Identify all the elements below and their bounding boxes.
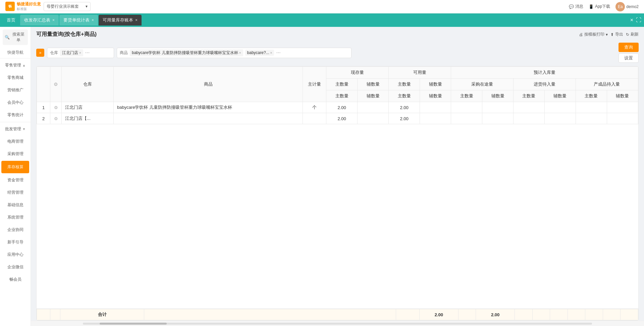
home-tab-label: 首页: [7, 17, 15, 23]
product-tag-1[interactable]: babycare学饮杯 儿童防摔防撞吸管杯重力球吸嘴杯宝宝水杯 ×: [130, 49, 243, 56]
table-container: ⚙ 仓库 商品 主计量 现存量 可用量 预计入库量 主数量 辅数量 主数量: [36, 66, 639, 321]
summary-inbound-pend-aux: [585, 309, 603, 320]
product-tag-2[interactable]: babycare?... ×: [245, 50, 274, 56]
row-inbound-pend-aux: [544, 102, 576, 113]
sidebar-item-app-center[interactable]: 应用中心: [0, 248, 31, 261]
filter-bar: » 仓库 江北门店 × ··· 商品 babycare学饮杯 儿童防摔防撞吸管杯…: [31, 41, 644, 66]
sidebar-item-retail-stats[interactable]: 零售统计: [0, 109, 31, 121]
th-purchase-transit: 采购在途量: [451, 79, 514, 90]
row-avail-aux: [420, 113, 451, 124]
th-inbound-pending: 进货待入量: [513, 79, 576, 90]
tab-receive-send[interactable]: 收发存汇总表 ×: [20, 15, 59, 26]
expand-tab-bar-btn[interactable]: ⛶: [636, 17, 641, 23]
tab-home[interactable]: 首页: [3, 15, 19, 26]
warehouse-filter-more[interactable]: ···: [85, 50, 90, 56]
sidebar-item-operations-mgmt[interactable]: 经营管理: [0, 186, 31, 199]
tab-available-stock[interactable]: 可用量库存账本 ×: [99, 15, 142, 26]
chevron-down-icon: ▾: [86, 4, 88, 9]
row-prod-pend-main: [576, 102, 607, 113]
th-gear[interactable]: ⚙: [50, 67, 62, 102]
row-avail-aux: [420, 102, 451, 113]
sidebar-item-ecommerce-mgmt[interactable]: 电商管理: [0, 135, 31, 148]
sidebar-item-new-guide[interactable]: 新手引导: [0, 236, 31, 248]
row-warehouse: 江北门店: [62, 102, 114, 113]
summary-avail-aux: [515, 309, 533, 320]
download-icon: 📱: [589, 4, 594, 9]
tab-close-available-stock[interactable]: ×: [135, 18, 138, 22]
search-menu-btn[interactable]: 🔍 搜索菜单: [3, 30, 28, 45]
sidebar-item-basic-info[interactable]: 基础信息: [0, 199, 31, 211]
warehouse-filter-label: 仓库: [50, 50, 58, 56]
warehouse-tag[interactable]: 江北门店 ×: [60, 49, 83, 56]
product-filter: 商品 babycare学饮杯 儿童防摔防撞吸管杯重力球吸嘴杯宝宝水杯 × bab…: [117, 48, 352, 58]
user-avatar-btn[interactable]: Ea demo2: [615, 2, 639, 11]
sidebar-item-enterprise-wechat[interactable]: 企业微信: [0, 261, 31, 273]
row-inbound-pend-main: [513, 113, 544, 124]
summary-empty-2: [50, 309, 60, 320]
setting-btn[interactable]: 设置: [619, 53, 639, 63]
sidebar-item-purchase-mgmt[interactable]: 采购管理: [0, 148, 31, 160]
row-gear[interactable]: ⚙: [50, 113, 62, 124]
export-btn[interactable]: ⬆ 导出: [610, 32, 623, 37]
filter-action-btns: 查询 设置: [619, 43, 639, 63]
th-current-aux-qty: 辅数量: [358, 90, 389, 102]
th-expected-inbound: 预计入库量: [451, 67, 638, 79]
scroll-thumb[interactable]: [100, 323, 167, 325]
summary-label: 合计: [60, 309, 144, 320]
th-pur-transit-main: 主数量: [451, 90, 482, 102]
sidebar-item-vip-member[interactable]: 畅会员: [0, 273, 31, 286]
summary-empty-1: [37, 309, 50, 320]
row-prod-pend-aux: [607, 102, 638, 113]
industry-selector[interactable]: 母婴行业演示账套 ▾: [44, 2, 91, 11]
row-pur-transit-main: [451, 113, 482, 124]
sidebar-item-wholesale-mgmt[interactable]: 批发管理 ▼: [0, 123, 31, 135]
receive-send-tab-label: 收发存汇总表: [24, 17, 50, 23]
page-title: 可用量查询(按仓库+商品): [36, 31, 97, 38]
product-tag-close-2[interactable]: ×: [270, 51, 272, 55]
summary-current-aux: [458, 309, 476, 320]
warehouse-tag-close[interactable]: ×: [79, 51, 81, 55]
row-inbound-pend-aux: [544, 113, 576, 124]
query-btn[interactable]: 查询: [619, 43, 639, 52]
close-tab-bar-btn[interactable]: ×: [630, 17, 633, 23]
message-btn[interactable]: 💬 消息: [569, 4, 583, 9]
main-layout: 🔍 搜索菜单 快捷导航 零售管理 ▲ 零售商城 营销推广 会员中心 零售统计 批…: [0, 27, 644, 326]
sidebar-item-member-center[interactable]: 会员中心: [0, 96, 31, 109]
product-filter-more[interactable]: ···: [276, 50, 280, 56]
tab-bar-right: × ⛶: [630, 17, 641, 23]
row-inbound-pend-main: [513, 102, 544, 113]
app-download-btn[interactable]: 📱 App下载: [589, 4, 610, 9]
print-icon: 🖨: [579, 32, 583, 37]
tab-close-receive-send[interactable]: ×: [52, 18, 55, 22]
sidebar-item-retail-mgmt[interactable]: 零售管理 ▲: [0, 59, 31, 72]
product-tag-close-1[interactable]: ×: [239, 51, 241, 55]
tab-close-order-stats[interactable]: ×: [92, 18, 94, 22]
th-inbound-pend-aux: 辅数量: [544, 90, 576, 102]
row-gear[interactable]: ⚙: [50, 102, 62, 113]
th-pur-transit-aux: 辅数量: [482, 90, 514, 102]
row-prod-pend-aux: [607, 113, 638, 124]
th-product: 商品: [113, 67, 303, 102]
sidebar-item-retail-mall[interactable]: 零售商城: [0, 72, 31, 84]
row-current-main: 2.00: [326, 113, 358, 124]
export-icon: ⬆: [610, 32, 614, 37]
refresh-btn[interactable]: ↻ 刷新: [626, 32, 639, 37]
print-template-btn[interactable]: 🖨 按模板打印 ▾: [579, 32, 608, 37]
chevron-right-icon: »: [39, 50, 42, 55]
sidebar-item-finance-mgmt[interactable]: 资金管理: [0, 174, 31, 186]
sidebar-divider-2: [0, 122, 31, 122]
sidebar-item-inventory-check[interactable]: 库存核算: [1, 161, 29, 173]
sidebar-item-system-mgmt[interactable]: 系统管理: [0, 211, 31, 224]
th-production-pending: 产成品待入量: [576, 79, 638, 90]
brand-icon: 畅: [5, 2, 15, 11]
th-inbound-pend-main: 主数量: [513, 90, 544, 102]
th-prod-pend-aux: 辅数量: [607, 90, 638, 102]
tab-order-stats[interactable]: 要货单统计表 ×: [59, 15, 98, 26]
expand-filter-btn[interactable]: »: [36, 49, 44, 57]
sidebar-item-enterprise-coop[interactable]: 企业协同: [0, 224, 31, 236]
quick-nav-label[interactable]: 快捷导航: [0, 48, 31, 57]
top-bar-right: 💬 消息 📱 App下载 Ea demo2: [569, 2, 639, 11]
summary-empty-4: [396, 309, 419, 320]
sidebar-item-marketing[interactable]: 营销推广: [0, 84, 31, 96]
th-prod-pend-main: 主数量: [576, 90, 607, 102]
